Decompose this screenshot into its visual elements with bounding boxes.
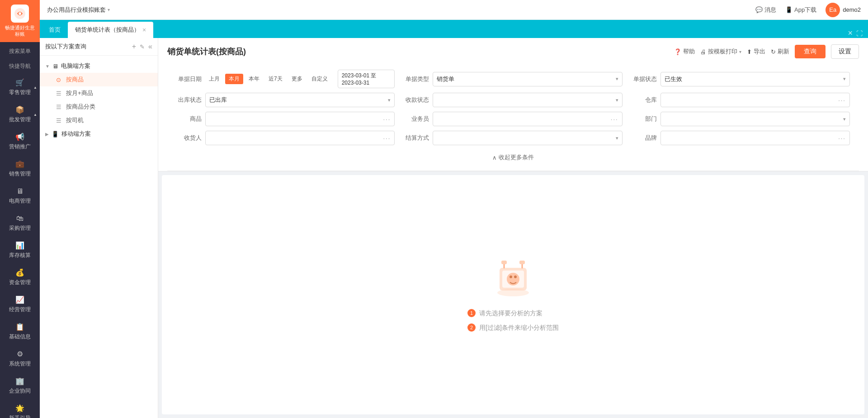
- collect-status-label: 收款状态: [404, 96, 433, 104]
- empty-state: 1 请先选择要分析的方案 2 用[过滤]条件来缩小分析范围: [162, 175, 864, 414]
- enterprise-icon: 🏢: [15, 377, 24, 386]
- refresh-icon: ↻: [771, 48, 776, 55]
- collapse-button[interactable]: ∧ 收起更多条件: [176, 150, 850, 165]
- print-button[interactable]: 🖨 按模板打印 ▾: [700, 48, 741, 56]
- topbar-right: 💬 消息 📱 App下载 Ea demo2: [755, 3, 861, 17]
- sidebar-item-retail[interactable]: 🛒 零售管理: [0, 74, 40, 101]
- tab-close-icon[interactable]: ×: [142, 27, 146, 33]
- settle-control[interactable]: ▾: [433, 131, 622, 145]
- message-button[interactable]: 💬 消息: [755, 6, 776, 14]
- doc-status-label: 单据状态: [632, 75, 660, 83]
- product-control[interactable]: ···: [205, 112, 395, 126]
- collapse-icon: ∧: [492, 154, 497, 161]
- topbar-industry[interactable]: 办公用品行业模拟账套 ▾: [47, 6, 110, 14]
- filter-settle: 结算方式 ▾: [404, 131, 622, 145]
- date-tab-last-month[interactable]: 上月: [205, 74, 223, 84]
- date-tabs: 上月 本月 本年 近7天 更多 自定义: [205, 74, 331, 84]
- date-tab-more[interactable]: 更多: [288, 74, 306, 84]
- scheme-icon-2: ☰: [56, 104, 63, 110]
- date-tab-this-month[interactable]: 本月: [225, 74, 243, 84]
- brand-control[interactable]: ···: [660, 131, 850, 145]
- export-button[interactable]: ⬆ 导出: [747, 48, 765, 56]
- scheme-active-icon: ⊙: [56, 76, 63, 83]
- sidebar-item-operation[interactable]: 📈 经营管理: [0, 291, 40, 318]
- product-label: 商品: [176, 115, 205, 123]
- date-tab-7days[interactable]: 近7天: [265, 74, 286, 84]
- empty-text: 1 请先选择要分析的方案 2 用[过滤]条件来缩小分析范围: [467, 307, 559, 336]
- app-download-button[interactable]: 📱 App下载: [785, 6, 816, 14]
- sidebar-search[interactable]: 搜索菜单: [0, 42, 40, 59]
- add-scheme-icon[interactable]: +: [132, 43, 136, 51]
- sidebar-item-guide[interactable]: 🌟 新手引导: [0, 399, 40, 418]
- sidebar-quick-nav[interactable]: 快捷导航: [0, 59, 40, 74]
- tree-group-desktop-header[interactable]: ▼ 🖥 电脑端方案: [40, 59, 158, 73]
- sidebar-item-purchase[interactable]: 🛍 采购管理: [0, 209, 40, 237]
- filter-out-status: 出库状态 已出库 ▾: [176, 93, 395, 107]
- svg-rect-10: [501, 261, 507, 264]
- receiver-more-icon: ···: [383, 135, 391, 142]
- salesman-control[interactable]: ···: [433, 112, 622, 126]
- filter-warehouse: 仓库 ···: [632, 93, 850, 107]
- doc-status-control[interactable]: 已生效 ▾: [660, 72, 850, 86]
- sidebar: 畅捷通好生意 标账 搜索菜单 快捷导航 🛒 零售管理 📦 批发管理 📢 营销推广…: [0, 0, 40, 418]
- filter-row-3: 商品 ··· 业务员 ···: [176, 112, 850, 126]
- refresh-button[interactable]: ↻ 刷新: [771, 48, 789, 56]
- mobile-group-icon: 📱: [52, 131, 59, 138]
- sidebar-item-finance[interactable]: 💰 资金管理: [0, 264, 40, 291]
- doc-type-label: 单据类型: [404, 75, 433, 83]
- edit-scheme-icon[interactable]: ✎: [140, 43, 145, 50]
- tree-group-mobile: ▶ 📱 移动端方案: [40, 127, 158, 141]
- expand-icon: ▼: [45, 64, 50, 69]
- desktop-group-icon: 🖥: [52, 63, 58, 70]
- query-button[interactable]: 查询: [795, 45, 826, 58]
- print-dropdown-icon: ▾: [739, 49, 741, 54]
- tree-item-by-cashier[interactable]: ☰ 按司机: [40, 114, 158, 127]
- warehouse-more-icon: ···: [838, 97, 846, 104]
- sidebar-item-system[interactable]: ⚙ 系统管理: [0, 345, 40, 372]
- date-tab-custom[interactable]: 自定义: [308, 74, 331, 84]
- settle-label: 结算方式: [404, 134, 433, 142]
- filter-dept: 部门 ▾: [632, 112, 850, 126]
- sidebar-item-marketing[interactable]: 📢 营销推广: [0, 128, 40, 155]
- tree-item-by-product[interactable]: ⊙ 按商品: [40, 73, 158, 86]
- filter-date: 单据日期 上月 本月 本年 近7天 更多 自定义: [176, 70, 395, 88]
- date-tab-this-year[interactable]: 本年: [245, 74, 263, 84]
- tab-home[interactable]: 首页: [42, 22, 68, 38]
- sidebar-item-basic[interactable]: 📋 基础信息: [0, 318, 40, 345]
- tree-item-by-month-product[interactable]: ☰ 按月+商品: [40, 86, 158, 100]
- tab-active[interactable]: 销货单统计表（按商品） ×: [68, 22, 153, 38]
- logo-area[interactable]: 畅捷通好生意 标账: [0, 0, 40, 42]
- empty-num-1: 1: [467, 309, 476, 317]
- dept-control[interactable]: ▾: [660, 112, 850, 126]
- filter-doc-status: 单据状态 已生效 ▾: [632, 72, 850, 86]
- sidebar-item-enterprise[interactable]: 🏢 企业协同: [0, 372, 40, 399]
- out-status-control[interactable]: 已出库 ▾: [205, 93, 395, 107]
- collect-status-control[interactable]: ▾: [433, 93, 622, 107]
- left-panel-actions: + ✎ «: [132, 43, 152, 51]
- sidebar-item-wholesale[interactable]: 📦 批发管理: [0, 101, 40, 128]
- sidebar-item-sales[interactable]: 💼 销售管理: [0, 155, 40, 182]
- tree-item-by-category[interactable]: ☰ 按商品分类: [40, 100, 158, 114]
- page-actions: ❓ 帮助 🖨 按模板打印 ▾ ⬆ 导出 ↻: [674, 44, 859, 59]
- receiver-control[interactable]: ···: [205, 131, 395, 145]
- dept-dropdown-icon: ▾: [843, 116, 846, 122]
- marketing-icon: 📢: [15, 133, 24, 142]
- industry-dropdown-icon: ▾: [108, 7, 110, 12]
- user-area[interactable]: Ea demo2: [826, 3, 861, 17]
- sidebar-item-ecommerce[interactable]: 🖥 电商管理: [0, 182, 40, 209]
- help-button[interactable]: ❓ 帮助: [674, 48, 695, 56]
- settings-button[interactable]: 设置: [831, 44, 859, 59]
- doc-type-control[interactable]: 销货单 ▾: [433, 72, 622, 86]
- date-range-input[interactable]: 2023-03-01 至 2023-03-31: [338, 70, 395, 88]
- tree-group-mobile-header[interactable]: ▶ 📱 移动端方案: [40, 127, 158, 141]
- filter-collect-status: 收款状态 ▾: [404, 93, 622, 107]
- tab-maximize-icon[interactable]: ⛶: [856, 30, 863, 37]
- dept-label: 部门: [632, 115, 660, 123]
- tab-close-all-icon[interactable]: ×: [848, 28, 853, 38]
- warehouse-control[interactable]: ···: [660, 93, 850, 107]
- collapse-panel-icon[interactable]: «: [148, 43, 152, 51]
- filter-receiver: 收货人 ···: [176, 131, 395, 145]
- sidebar-item-inventory[interactable]: 📊 库存核算: [0, 237, 40, 264]
- empty-num-2: 2: [467, 323, 476, 332]
- help-icon: ❓: [674, 48, 681, 55]
